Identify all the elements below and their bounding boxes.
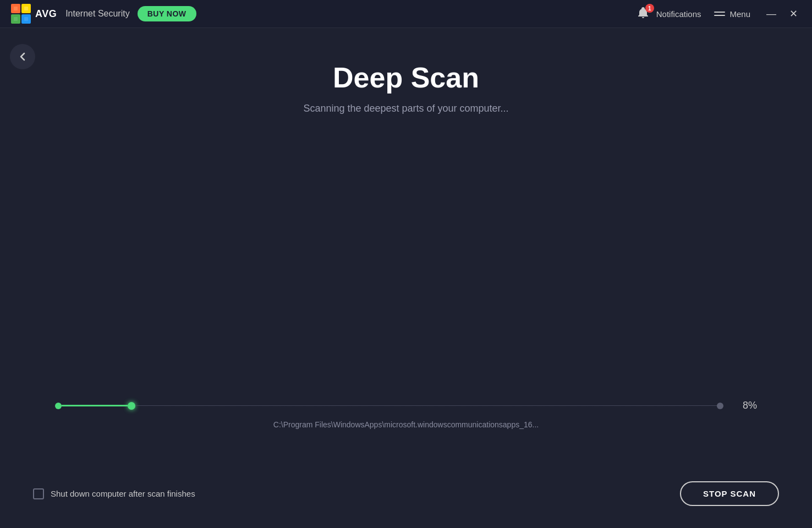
progress-bar: 8% [55, 400, 757, 411]
progress-line-remaining [135, 405, 717, 406]
bell-icon-wrapper: 1 [637, 6, 652, 21]
svg-rect-5 [24, 7, 28, 10]
progress-dot-end [717, 403, 723, 409]
avg-logo: AVG [11, 4, 57, 24]
progress-dot-start [55, 403, 62, 409]
buy-now-button[interactable]: BUY NOW [138, 6, 196, 21]
menu-button[interactable]: Menu [714, 9, 750, 19]
progress-dot-current [128, 402, 135, 410]
app-name: Internet Security [65, 9, 130, 19]
notification-badge: 1 [645, 4, 654, 13]
notifications-button[interactable]: 1 Notifications [637, 6, 701, 21]
svg-rect-4 [14, 7, 18, 10]
stop-scan-button[interactable]: STOP SCAN [680, 481, 779, 506]
header-left: AVG Internet Security BUY NOW [11, 4, 196, 24]
shutdown-option[interactable]: Shut down computer after scan finishes [33, 488, 195, 499]
header-right: 1 Notifications Menu — ✕ [637, 6, 801, 21]
shutdown-checkbox[interactable] [33, 488, 44, 499]
bottom-area: Shut down computer after scan finishes S… [0, 481, 812, 506]
scan-subtitle: Scanning the deepest parts of your compu… [303, 103, 508, 114]
progress-percent: 8% [732, 400, 757, 411]
logo-text: AVG [35, 8, 57, 20]
progress-area: 8% C:\Program Files\WindowsApps\microsof… [0, 400, 812, 429]
menu-lines-icon [714, 12, 725, 16]
menu-label: Menu [729, 9, 750, 19]
avg-logo-icon [11, 4, 31, 24]
svg-rect-6 [14, 17, 18, 21]
notifications-label: Notifications [656, 9, 701, 19]
minimize-button[interactable]: — [764, 6, 779, 21]
shutdown-label: Shut down computer after scan finishes [51, 489, 195, 498]
scan-title: Deep Scan [333, 61, 479, 94]
progress-line-filled [62, 405, 128, 406]
scan-path: C:\Program Files\WindowsApps\microsoft.w… [55, 420, 757, 429]
window-controls: — ✕ [764, 6, 801, 21]
svg-rect-7 [24, 17, 28, 21]
header: AVG Internet Security BUY NOW 1 Notifica… [0, 0, 812, 28]
close-button[interactable]: ✕ [786, 6, 801, 21]
main-content: Deep Scan Scanning the deepest parts of … [0, 28, 812, 528]
